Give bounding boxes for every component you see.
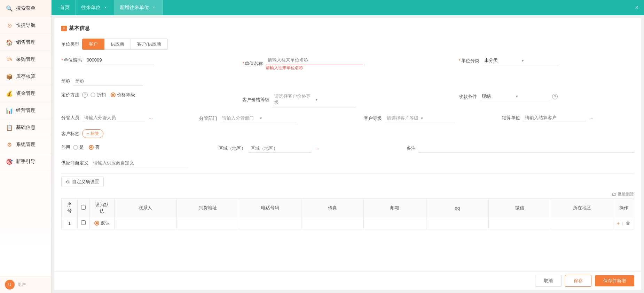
save-button[interactable]: 保存 (565, 275, 591, 287)
row-fax[interactable] (301, 217, 364, 229)
row-checkbox[interactable] (81, 220, 86, 225)
settlement-unit-more-btn[interactable]: ··· (588, 115, 595, 121)
wechat-input[interactable] (492, 221, 547, 226)
contact-input[interactable] (118, 221, 173, 226)
tab-partner-close[interactable]: × (103, 5, 108, 10)
region-table-input[interactable] (555, 221, 610, 226)
save-new-button[interactable]: 保存并新增 (595, 275, 634, 286)
col-checkbox[interactable] (78, 199, 89, 217)
sales-icon: 🏠 (6, 39, 13, 46)
disable-yes[interactable]: 是 (73, 144, 84, 150)
tab-new-partner[interactable]: 新增往来单位 × (114, 0, 163, 15)
tab-new-partner-close[interactable]: × (151, 5, 157, 10)
pricing-row: 定价方法 ? 折扣 价格等级 客户价格等级 (61, 92, 634, 107)
unit-name-input[interactable] (266, 56, 363, 64)
sidebar-label-operations: 经营管理 (16, 107, 36, 114)
row-qq[interactable] (426, 217, 488, 229)
cancel-button[interactable]: 取消 (535, 275, 561, 287)
remark-input[interactable] (418, 144, 634, 153)
department-label: 分管部门 (199, 115, 217, 122)
qq-input[interactable] (430, 221, 485, 226)
select-all-checkbox[interactable] (81, 205, 86, 210)
unit-code-input[interactable] (85, 56, 154, 64)
sidebar-item-search[interactable]: 🔍 搜索菜单 (0, 0, 51, 17)
price-level-arrow-icon: ▼ (315, 98, 354, 101)
row-add-btn[interactable]: + (617, 220, 620, 226)
row-email[interactable] (364, 217, 426, 229)
supplier-custom-row: 供应商自定义 (61, 159, 634, 167)
col-no: 序号 (62, 199, 78, 217)
row-phone[interactable] (239, 217, 301, 229)
payment-terms-help-icon[interactable]: ? (552, 94, 558, 99)
custom-settings-button[interactable]: ⚙ 自定义项设置 (61, 177, 104, 187)
row-checkbox-cell[interactable] (78, 217, 89, 229)
customer-price-level-select[interactable]: 请选择客户价格等级 ▼ (272, 92, 356, 107)
add-tag-button[interactable]: + 标签 (82, 129, 103, 138)
sidebar-item-guide[interactable]: 🎯 新手引导 (0, 153, 51, 170)
sidebar-item-basic[interactable]: 📋 基础信息 (0, 119, 51, 136)
phone-input[interactable] (243, 221, 298, 226)
col-email: 邮箱 (364, 199, 426, 217)
type-btn-both[interactable]: 客户/供应商 (131, 39, 168, 50)
unit-type-group: 单位类型 客户 供应商 客户/供应商 (61, 39, 168, 50)
manager-input[interactable] (82, 114, 145, 122)
unit-category-label: *单位分类 (459, 58, 479, 64)
pricing-radio-discount[interactable]: 折扣 (91, 92, 106, 98)
fax-input[interactable] (305, 221, 360, 226)
tab-partner[interactable]: 往来单位 × (76, 0, 114, 15)
customer-level-select[interactable]: 请选择客户等级 ▼ (385, 114, 454, 123)
row-default-radio[interactable]: 默认 (93, 220, 111, 226)
sidebar-item-quick-nav[interactable]: ⊙ 快捷导航 (0, 17, 51, 34)
settlement-unit-group: 结算单位 ··· (502, 114, 634, 122)
payment-terms-select[interactable]: 现结 ▼ (480, 92, 549, 101)
sidebar-item-inventory[interactable]: 📦 库存核算 (0, 68, 51, 85)
payment-terms-arrow-icon: ▼ (515, 95, 547, 98)
sidebar-item-system[interactable]: ⚙ 系统管理 (0, 136, 51, 153)
manager-more-btn[interactable]: ··· (148, 115, 154, 121)
sidebar-item-finance[interactable]: 💰 资金管理 (0, 85, 51, 102)
address-input[interactable] (180, 221, 235, 226)
pricing-help-icon[interactable]: ? (82, 92, 88, 98)
unit-name-group: *单位名称 请输入往来单位名称 (242, 56, 453, 71)
tab-bar-close-btn[interactable]: × (633, 5, 641, 11)
section-icon: ≡ (61, 26, 67, 31)
supplier-custom-input[interactable] (91, 159, 189, 167)
short-name-input[interactable] (73, 77, 143, 86)
email-input[interactable] (367, 221, 422, 226)
customer-level-label: 客户等级 (364, 115, 382, 122)
type-btn-customer[interactable]: 客户 (82, 39, 104, 50)
table-body: 1 默认 (62, 217, 634, 229)
inventory-icon: 📦 (6, 73, 13, 80)
settlement-unit-input[interactable] (523, 114, 586, 122)
unit-category-select[interactable]: 未分类 ▼ (482, 56, 559, 65)
type-btn-supplier[interactable]: 供应商 (104, 39, 131, 50)
row-contact[interactable] (114, 217, 176, 229)
disable-row: 停用 是 否 区域（地区） (61, 144, 634, 153)
supplier-custom-group: 供应商自定义 (61, 159, 634, 167)
payment-terms-label: 收款条件 (459, 93, 477, 100)
default-radio-circle (94, 221, 99, 226)
department-select[interactable]: 请输入分管部门 ▼ (220, 114, 297, 123)
sidebar-item-purchase[interactable]: 🛍 采购管理 (0, 51, 51, 68)
row-region[interactable] (551, 217, 613, 229)
row-wechat[interactable] (488, 217, 551, 229)
avatar[interactable]: U (5, 280, 15, 290)
pricing-radio-level-label: 价格等级 (117, 92, 135, 98)
row-delete-btn[interactable]: 🗑 (626, 220, 630, 226)
tab-home-label: 首页 (60, 5, 70, 11)
settlement-unit-label: 结算单位 (502, 115, 520, 121)
tab-home[interactable]: 首页 (54, 0, 76, 15)
region-input[interactable] (249, 144, 311, 153)
region-more-btn[interactable]: ··· (314, 146, 321, 151)
unit-main-row: *单位编码 *单位名称 请输入往来单位名称 *单位分类 未分类 ▼ (61, 56, 634, 71)
batch-delete-label[interactable]: 批量删除 (618, 191, 634, 197)
user-info: 用户 (17, 282, 26, 288)
sidebar-item-operations[interactable]: 📊 经营管理 (0, 102, 51, 119)
sidebar-item-sales[interactable]: 🏠 销售管理 (0, 34, 51, 51)
row-address[interactable] (176, 217, 239, 229)
disable-yes-label: 是 (79, 144, 84, 150)
pricing-radio-discount-label: 折扣 (97, 92, 106, 98)
disable-no[interactable]: 否 (89, 144, 100, 150)
pricing-radio-level[interactable]: 价格等级 (111, 92, 135, 98)
customer-price-level-label: 客户价格等级 (242, 97, 269, 103)
